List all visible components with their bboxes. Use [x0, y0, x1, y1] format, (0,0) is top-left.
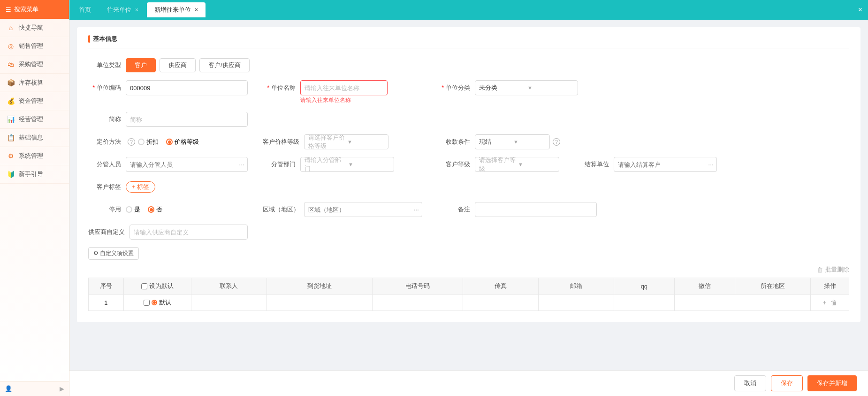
settlement-unit-more-button[interactable]: ··· — [705, 161, 716, 168]
contact-input[interactable] — [210, 299, 248, 306]
sidebar-label: 采购管理 — [19, 60, 43, 69]
save-button[interactable]: 保存 — [771, 375, 803, 391]
tab-contacts[interactable]: 往来单位 × — [99, 2, 146, 17]
sidebar-label: 经营管理 — [19, 115, 43, 124]
remark-input[interactable] — [475, 202, 597, 217]
disabled-radio-yes[interactable]: 是 — [126, 202, 140, 217]
pricing-help-icon[interactable]: ? — [128, 138, 135, 146]
tab-new-contact[interactable]: 新增往来单位 × — [147, 2, 206, 17]
supplier-custom-label: 供应商自定义 — [88, 225, 129, 240]
purchase-icon: 🛍 — [7, 60, 15, 69]
sidebar-label: 新手引导 — [19, 170, 43, 179]
unit-category-select[interactable]: 未分类 ▼ — [475, 80, 578, 95]
payment-terms-select[interactable]: 现结 ▼ — [475, 134, 550, 149]
sidebar-item-guide[interactable]: 🔰 新手引导 — [0, 165, 69, 184]
region-input[interactable] — [305, 206, 411, 213]
pricing-price-level-label: 价格等级 — [175, 134, 199, 149]
sidebar-label: 系统管理 — [19, 152, 43, 160]
table-toolbar: 🗑 批量删除 — [88, 265, 849, 274]
abbreviation-group: 简称 — [88, 112, 248, 127]
custom-settings-button[interactable]: ⚙ 自定义项设置 — [88, 247, 139, 260]
region-more-button[interactable]: ··· — [411, 206, 422, 213]
region-input[interactable] — [754, 299, 792, 306]
tab-contacts-close[interactable]: × — [135, 7, 138, 13]
col-phone: 电话号码 — [372, 278, 463, 295]
sidebar-label: 资金管理 — [19, 97, 43, 105]
col-email: 邮箱 — [538, 278, 614, 295]
col-ops: 操作 — [811, 278, 849, 295]
unit-type-buttons: 客户 供应商 客户/供应商 — [126, 58, 250, 72]
unit-btn-customer[interactable]: 客户 — [126, 58, 156, 72]
inventory-icon: 📦 — [7, 78, 15, 87]
payment-terms-help-icon[interactable]: ? — [553, 138, 560, 146]
pricing-radio-discount[interactable]: 折扣 — [138, 134, 159, 149]
sidebar-item-inventory[interactable]: 📦 库存核算 — [0, 74, 69, 92]
row-default-radio[interactable]: 默认 — [152, 298, 171, 307]
customer-level-group: 客户等级 请选择客户等级 ▼ — [437, 157, 569, 172]
col-default: 设为默认 — [123, 278, 191, 295]
unit-name-group: 单位名称 请输入往来单位名称 — [263, 80, 422, 104]
tabbar-close-button[interactable]: × — [854, 6, 866, 14]
sidebar-item-operations[interactable]: 📊 经营管理 — [0, 110, 69, 129]
settlement-unit-input[interactable] — [614, 161, 705, 168]
sidebar-item-basic-info[interactable]: 📋 基础信息 — [0, 129, 69, 147]
wechat-input[interactable] — [691, 299, 719, 306]
disabled-label: 停用 — [88, 202, 126, 217]
cancel-button[interactable]: 取消 — [734, 375, 766, 391]
tab-home[interactable]: 首页 — [71, 2, 99, 17]
qq-input[interactable] — [630, 299, 658, 306]
radio-dot-price-level — [168, 140, 171, 144]
customer-price-level-select[interactable]: 请选择客户价格等级 ▼ — [304, 134, 388, 149]
manager-more-button[interactable]: ··· — [236, 161, 247, 168]
cell-phone — [372, 295, 463, 311]
unit-type-label: 单位类型 — [88, 58, 126, 73]
save-and-new-button[interactable]: 保存并新增 — [807, 375, 857, 391]
abbreviation-input[interactable] — [126, 112, 248, 127]
supplier-custom-input[interactable] — [129, 225, 248, 240]
payment-terms-group: 收款条件 现结 ▼ ? — [437, 134, 587, 149]
row-delete-button[interactable]: 🗑 — [830, 299, 837, 306]
unit-btn-supplier[interactable]: 供应商 — [160, 58, 196, 72]
sidebar-item-quick-nav[interactable]: ⌂ 快捷导航 — [0, 19, 69, 37]
disabled-radio-no[interactable]: 否 — [148, 202, 162, 217]
abbreviation-label: 简称 — [88, 112, 126, 127]
row-add-button[interactable]: + — [823, 299, 827, 306]
manager-input[interactable] — [126, 161, 236, 168]
contact-table: 序号 设为默认 联系人 到货地址 电话号码 传真 邮箱 qq — [88, 278, 849, 311]
sidebar-item-purchase[interactable]: 🛍 采购管理 — [0, 55, 69, 74]
fax-input[interactable] — [482, 299, 519, 306]
unit-code-input[interactable] — [126, 80, 248, 95]
sidebar-item-sales[interactable]: ◎ 销售管理 — [0, 37, 69, 55]
abbreviation-row: 简称 — [88, 112, 849, 127]
select-all-checkbox[interactable] — [141, 283, 147, 289]
sidebar-label: 库存核算 — [19, 78, 43, 87]
disabled-radio-group: 是 否 — [126, 202, 162, 217]
add-tag-button[interactable]: + 标签 — [126, 181, 155, 193]
finance-icon: 💰 — [7, 97, 15, 105]
unit-category-group: 单位分类 未分类 ▼ — [437, 80, 587, 95]
batch-delete-button[interactable]: 🗑 批量删除 — [817, 265, 849, 274]
pricing-method-label: 定价方法 — [88, 134, 126, 149]
department-select[interactable]: 请输入分管部门 ▼ — [300, 157, 394, 172]
sidebar-item-finance[interactable]: 💰 资金管理 — [0, 92, 69, 110]
expand-icon[interactable]: ▶ — [60, 385, 64, 392]
pricing-radio-price-level[interactable]: 价格等级 — [166, 134, 199, 149]
main-area: 首页 往来单位 × 新增往来单位 × × 基本信息 单位类型 客户 — [69, 0, 868, 396]
customer-level-select[interactable]: 请选择客户等级 ▼ — [475, 157, 559, 172]
chevron-down-icon: ▼ — [518, 162, 555, 167]
phone-input[interactable] — [394, 299, 441, 306]
manager-dept-row: 分管人员 ··· 分管部门 请输入分管部门 ▼ 客户等级 — [88, 157, 849, 172]
tab-new-contact-close[interactable]: × — [195, 7, 198, 13]
cell-fax — [463, 295, 538, 311]
pricing-radio-group: 折扣 价格等级 — [138, 134, 199, 149]
unit-btn-both[interactable]: 客户/供应商 — [199, 58, 250, 72]
sidebar-item-system[interactable]: ⚙ 系统管理 — [0, 147, 69, 165]
address-input[interactable] — [291, 299, 348, 306]
unit-name-input[interactable] — [300, 80, 388, 95]
row-checkbox[interactable] — [144, 300, 150, 306]
search-icon: ☰ — [6, 6, 11, 13]
col-region: 所在地区 — [735, 278, 811, 295]
sidebar-search[interactable]: ☰ 搜索菜单 — [0, 0, 69, 19]
custom-settings-section: ⚙ 自定义项设置 — [88, 247, 849, 260]
email-input[interactable] — [557, 299, 595, 306]
